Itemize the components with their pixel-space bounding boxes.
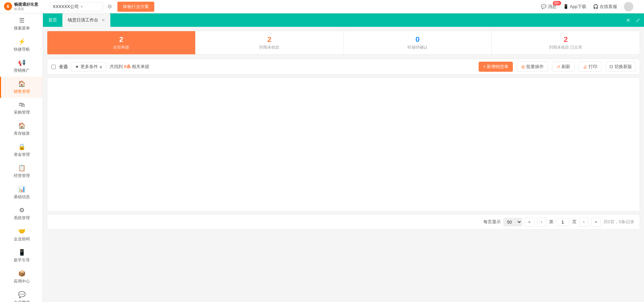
avatar[interactable] bbox=[624, 2, 633, 11]
select-all-checkbox[interactable] bbox=[51, 65, 56, 69]
switch-icon: ⊡ bbox=[609, 64, 613, 69]
stat-card-pending[interactable]: 0 旺铺待确认 bbox=[344, 31, 492, 54]
experience-btn[interactable]: 体验行业方案 bbox=[117, 2, 154, 12]
tab-cash-flow[interactable]: 钱货日清工作台 ✕ bbox=[62, 13, 110, 27]
stat-card-overdue-out[interactable]: 2 到期未收款 已出库 bbox=[492, 31, 640, 54]
print-btn[interactable]: 🖨 打印 bbox=[579, 62, 602, 72]
sidebar-item-marketing[interactable]: 📢 营销推广 bbox=[0, 56, 43, 77]
logo-icon: 6 bbox=[4, 2, 12, 10]
page-suffix: 页 bbox=[572, 219, 577, 225]
refresh-icon: ↺ bbox=[556, 64, 560, 69]
sidebar-label-guide: 新手引导 bbox=[14, 257, 30, 263]
sidebar-label-operations: 经营管理 bbox=[14, 173, 30, 179]
sidebar-item-quick-nav[interactable]: ⚡ 快捷导航 bbox=[0, 35, 43, 56]
main-content: 首页 钱货日清工作台 ✕ ✕ ⤢ 2 全部单据 2 bbox=[43, 13, 644, 302]
purchase-icon: 🛍 bbox=[19, 101, 25, 108]
active-indicator bbox=[47, 53, 195, 54]
company-selector[interactable]: XXXXXX公司 ▾ bbox=[50, 2, 103, 11]
sidebar-item-wechat[interactable]: 💬 企业微信 bbox=[0, 288, 43, 302]
sidebar-item-finance[interactable]: 🔒 资金管理 bbox=[0, 140, 43, 161]
toolbar: 全选 ▼ 更多条件 ∨ 共找到 0条 相关单据 + 新增销货单 ⊞ bbox=[47, 59, 640, 75]
filter-icon: ▼ bbox=[75, 64, 79, 69]
message-badge: 99+ bbox=[553, 1, 561, 5]
settings-icon[interactable]: ⚙ bbox=[106, 2, 113, 11]
stats-row: 2 全部单据 2 到期未收款 0 旺铺待确认 2 到期未收款 已出库 bbox=[47, 31, 640, 55]
sidebar-label-purchase: 采购管理 bbox=[14, 110, 30, 115]
table-area bbox=[47, 77, 640, 212]
pagination-bar: 每页显示 50 10 20 100 « ‹ 第 页 › » 共0页，0条记录 bbox=[47, 214, 640, 230]
page-input[interactable] bbox=[556, 218, 570, 226]
message-action[interactable]: 💬 消息 99+ bbox=[541, 4, 556, 10]
batch-btn[interactable]: ⊞ 批量操作 bbox=[517, 62, 548, 72]
sidebar-item-system[interactable]: ⚙ 系统管理 bbox=[0, 203, 43, 224]
refresh-btn[interactable]: ↺ 刷新 bbox=[552, 62, 575, 72]
company-name: XXXXXX公司 bbox=[53, 4, 79, 10]
finance-icon: 🔒 bbox=[18, 143, 25, 150]
sidebar-item-operations[interactable]: 📋 经营管理 bbox=[0, 161, 43, 182]
tab-home-label: 首页 bbox=[48, 17, 57, 23]
app-subtitle: 标准版 bbox=[14, 7, 38, 11]
first-page-btn[interactable]: « bbox=[525, 217, 534, 227]
batch-icon: ⊞ bbox=[521, 64, 525, 69]
sidebar-item-app-center[interactable]: 📦 应用中心 bbox=[0, 266, 43, 288]
next-page-btn[interactable]: › bbox=[579, 217, 589, 227]
logo-area: 6 畅捷通好生意 标准版 bbox=[4, 2, 47, 11]
inventory-icon: 🏠 bbox=[18, 122, 25, 129]
stat-number-overdue-out: 2 bbox=[497, 35, 634, 44]
tab-home[interactable]: 首页 bbox=[43, 13, 62, 27]
tab-close-icon[interactable]: ✕ bbox=[102, 18, 105, 22]
header-right: 💬 消息 99+ 📱 App下载 🎧 在线客服 bbox=[541, 2, 640, 11]
tab-cash-flow-label: 钱货日清工作台 bbox=[68, 17, 98, 23]
filter-btn[interactable]: ▼ 更多条件 ∨ bbox=[71, 62, 106, 71]
app-center-icon: 📦 bbox=[18, 270, 25, 277]
sidebar-item-guide[interactable]: 📱 新手引导 bbox=[0, 245, 43, 266]
app-download-label: App下载 bbox=[570, 4, 586, 10]
sidebar-label-wechat: 企业微信 bbox=[14, 300, 30, 302]
sidebar: ☰ 搜索菜单 ⚡ 快捷导航 📢 营销推广 🏠 销售管理 🛍 采购管理 🏠 库存核… bbox=[0, 13, 43, 302]
stat-number-overdue: 2 bbox=[201, 35, 338, 44]
found-prefix: 共找到 bbox=[110, 64, 123, 69]
prev-page-btn[interactable]: ‹ bbox=[537, 217, 546, 227]
layout: ☰ 搜索菜单 ⚡ 快捷导航 📢 营销推广 🏠 销售管理 🛍 采购管理 🏠 库存核… bbox=[0, 13, 644, 302]
sidebar-item-purchase[interactable]: 🛍 采购管理 bbox=[0, 98, 43, 119]
toolbar-right: + 新增销货单 ⊞ 批量操作 ↺ 刷新 🖨 打印 ⊡ bbox=[479, 62, 636, 72]
sidebar-label-search: 搜索菜单 bbox=[14, 25, 30, 31]
quick-nav-icon: ⚡ bbox=[18, 38, 25, 45]
filter-label: 更多条件 bbox=[80, 64, 98, 70]
sidebar-item-sales[interactable]: 🏠 销售管理 bbox=[0, 77, 43, 98]
stat-card-all[interactable]: 2 全部单据 bbox=[47, 31, 196, 54]
sidebar-label-enterprise: 企业协同 bbox=[14, 236, 30, 242]
headset-icon: 🎧 bbox=[593, 4, 598, 9]
add-sales-btn[interactable]: + 新增销货单 bbox=[479, 62, 513, 72]
sidebar-item-enterprise[interactable]: 🤝 企业协同 bbox=[0, 224, 43, 245]
page-size-select[interactable]: 50 10 20 100 bbox=[503, 218, 522, 226]
sidebar-item-inventory[interactable]: 🏠 库存核算 bbox=[0, 119, 43, 140]
toolbar-left: 全选 ▼ 更多条件 ∨ 共找到 0条 相关单据 bbox=[51, 62, 475, 71]
found-text: 共找到 0条 相关单据 bbox=[110, 64, 149, 70]
search-menu-icon: ☰ bbox=[19, 17, 24, 24]
switch-version-btn[interactable]: ⊡ 切换新版 bbox=[606, 62, 636, 72]
sidebar-label-system: 系统管理 bbox=[14, 215, 30, 221]
sidebar-label-marketing: 营销推广 bbox=[14, 68, 30, 73]
wechat-icon: 💬 bbox=[18, 291, 25, 298]
stat-label-overdue-out: 到期未收款 已出库 bbox=[497, 45, 634, 50]
sidebar-item-search[interactable]: ☰ 搜索菜单 bbox=[0, 13, 43, 35]
switch-label: 切换新版 bbox=[614, 64, 632, 69]
sidebar-label-sales: 销售管理 bbox=[14, 89, 30, 95]
per-page-label: 每页显示 bbox=[483, 219, 501, 225]
tab-bar: 首页 钱货日清工作台 ✕ ✕ ⤢ bbox=[43, 13, 644, 27]
logo-text: 畅捷通好生意 标准版 bbox=[14, 2, 38, 11]
sidebar-label-basic-info: 基础信息 bbox=[14, 194, 30, 200]
total-text: 共0页，0条记录 bbox=[603, 219, 634, 225]
stat-number-pending: 0 bbox=[349, 35, 486, 44]
tab-close-window-btn[interactable]: ✕ bbox=[625, 16, 632, 25]
online-service-action[interactable]: 🎧 在线客服 bbox=[593, 4, 617, 10]
stat-card-overdue[interactable]: 2 到期未收款 bbox=[196, 31, 344, 54]
filter-chevron-icon: ∨ bbox=[99, 64, 103, 69]
sidebar-label-quick-nav: 快捷导航 bbox=[14, 47, 30, 52]
tab-bar-actions: ✕ ⤢ bbox=[625, 16, 644, 25]
last-page-btn[interactable]: » bbox=[591, 217, 601, 227]
app-download-action[interactable]: 📱 App下载 bbox=[563, 4, 586, 10]
sidebar-item-basic-info[interactable]: 📊 基础信息 bbox=[0, 182, 43, 203]
tab-expand-btn[interactable]: ⤢ bbox=[634, 16, 641, 25]
